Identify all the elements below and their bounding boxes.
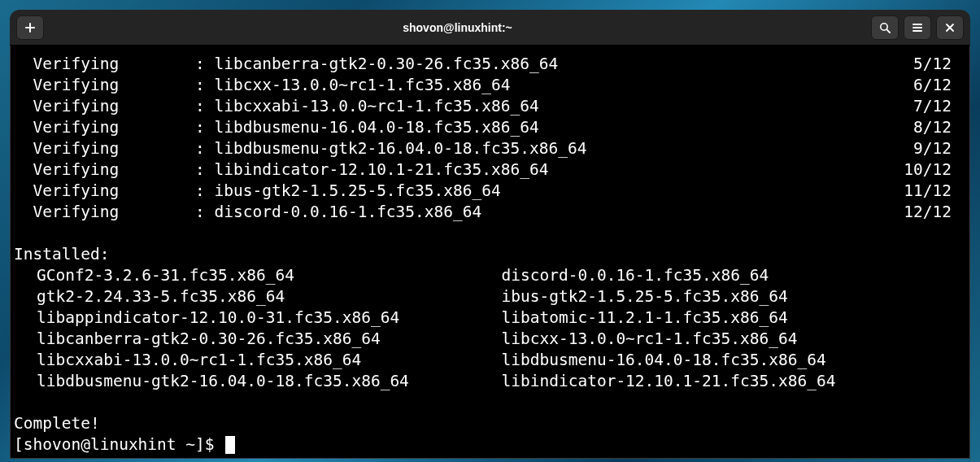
svg-rect-6: [912, 30, 922, 32]
plus-icon: [24, 22, 36, 33]
prompt-line: [shovon@linuxhint ~]$: [14, 434, 966, 455]
complete-message: Complete!: [14, 413, 966, 434]
search-button[interactable]: [871, 15, 899, 40]
installed-row: gtk2-2.24.33-5.fc35.x86_64ibus-gtk2-1.5.…: [37, 286, 966, 307]
verify-label: Verifying :: [14, 96, 215, 117]
installed-package: libatomic-11.2.1-1.fc35.x86_64: [502, 307, 967, 329]
installed-row: libcxxabi-13.0.0~rc1-1.fc35.x86_64libdbu…: [37, 350, 966, 371]
verify-row: Verifying : libindicator-12.10.1-21.fc35…: [14, 159, 966, 181]
verify-row: Verifying : libdbusmenu-16.04.0-18.fc35.…: [14, 117, 966, 138]
installed-row: libdbusmenu-gtk2-16.04.0-18.fc35.x86_64l…: [37, 371, 966, 392]
blank-line: [14, 223, 966, 244]
verify-label: Verifying :: [14, 54, 215, 75]
cursor: [225, 436, 235, 454]
verify-package: discord-0.0.16-1.fc35.x86_64: [215, 202, 904, 223]
installed-package: libcanberra-gtk2-0.30-26.fc35.x86_64: [37, 329, 502, 350]
verify-label: Verifying :: [14, 202, 215, 223]
verify-package: ibus-gtk2-1.5.25-5.fc35.x86_64: [215, 181, 904, 202]
installed-package: libdbusmenu-16.04.0-18.fc35.x86_64: [502, 350, 967, 371]
installed-row: libappindicator-12.10.0-31.fc35.x86_64li…: [37, 307, 966, 329]
verify-label: Verifying :: [14, 75, 215, 96]
svg-rect-5: [912, 27, 922, 28]
titlebar: shovon@linuxhint:~: [10, 10, 970, 46]
hamburger-icon: [912, 22, 923, 33]
verify-package: libcanberra-gtk2-0.30-26.fc35.x86_64: [215, 54, 913, 75]
installed-package: libappindicator-12.10.0-31.fc35.x86_64: [37, 307, 502, 329]
installed-header: Installed:: [14, 244, 966, 265]
installed-package: libindicator-12.10.1-21.fc35.x86_64: [502, 371, 967, 392]
installed-block: GConf2-3.2.6-31.fc35.x86_64discord-0.0.1…: [14, 265, 966, 392]
menu-button[interactable]: [904, 15, 931, 40]
svg-rect-1: [25, 27, 35, 28]
installed-row: GConf2-3.2.6-31.fc35.x86_64discord-0.0.1…: [37, 265, 966, 286]
verifying-block: Verifying : libcanberra-gtk2-0.30-26.fc3…: [14, 54, 966, 223]
verify-label: Verifying :: [14, 138, 215, 159]
verify-row: Verifying : libdbusmenu-gtk2-16.04.0-18.…: [14, 138, 966, 159]
verify-count: 11/12: [904, 181, 966, 202]
verify-row: Verifying : libcxx-13.0.0~rc1-1.fc35.x86…: [14, 75, 966, 96]
installed-package: libcxx-13.0.0~rc1-1.fc35.x86_64: [502, 329, 967, 350]
verify-count: 9/12: [913, 138, 966, 159]
svg-rect-4: [912, 24, 922, 25]
verify-label: Verifying :: [14, 181, 215, 202]
verify-package: libcxxabi-13.0.0~rc1-1.fc35.x86_64: [215, 96, 913, 117]
installed-package: libdbusmenu-gtk2-16.04.0-18.fc35.x86_64: [37, 371, 502, 392]
search-icon: [879, 22, 891, 33]
window-title: shovon@linuxhint:~: [44, 21, 871, 34]
verify-package: libindicator-12.10.1-21.fc35.x86_64: [215, 159, 904, 181]
verify-count: 8/12: [913, 117, 966, 138]
installed-package: libcxxabi-13.0.0~rc1-1.fc35.x86_64: [37, 350, 502, 371]
prompt-text: [shovon@linuxhint ~]$: [14, 434, 224, 455]
verify-row: Verifying : ibus-gtk2-1.5.25-5.fc35.x86_…: [14, 181, 966, 202]
installed-package: discord-0.0.16-1.fc35.x86_64: [502, 265, 967, 286]
verify-package: libcxx-13.0.0~rc1-1.fc35.x86_64: [215, 75, 913, 96]
svg-line-3: [886, 29, 890, 33]
verify-package: libdbusmenu-gtk2-16.04.0-18.fc35.x86_64: [215, 138, 913, 159]
verify-count: 5/12: [913, 54, 966, 75]
installed-package: gtk2-2.24.33-5.fc35.x86_64: [37, 286, 502, 307]
verify-label: Verifying :: [14, 159, 215, 181]
installed-row: libcanberra-gtk2-0.30-26.fc35.x86_64libc…: [37, 329, 966, 350]
verify-label: Verifying :: [14, 117, 215, 138]
installed-package: GConf2-3.2.6-31.fc35.x86_64: [37, 265, 502, 286]
close-icon: [944, 22, 956, 33]
verify-count: 12/12: [904, 202, 966, 223]
blank-line: [14, 392, 966, 413]
verify-package: libdbusmenu-16.04.0-18.fc35.x86_64: [215, 117, 913, 138]
verify-count: 7/12: [913, 96, 966, 117]
new-tab-button[interactable]: [16, 15, 44, 40]
verify-row: Verifying : libcxxabi-13.0.0~rc1-1.fc35.…: [14, 96, 966, 117]
verify-count: 10/12: [904, 159, 966, 181]
installed-package: ibus-gtk2-1.5.25-5.fc35.x86_64: [502, 286, 967, 307]
verify-row: Verifying : libcanberra-gtk2-0.30-26.fc3…: [14, 54, 966, 75]
verify-count: 6/12: [913, 75, 966, 96]
terminal-output[interactable]: Verifying : libcanberra-gtk2-0.30-26.fc3…: [10, 46, 970, 459]
verify-row: Verifying : discord-0.0.16-1.fc35.x86_64…: [14, 202, 966, 223]
close-button[interactable]: [936, 15, 964, 40]
